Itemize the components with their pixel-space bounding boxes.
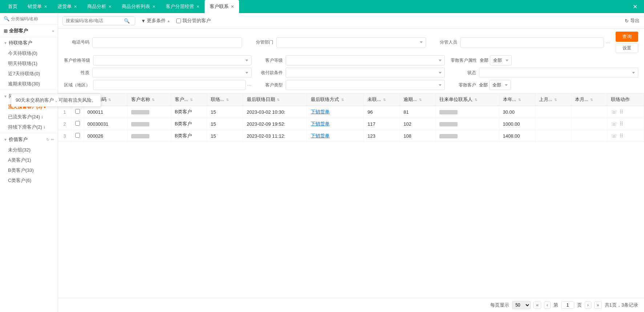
filter-customer-level-select[interactable] [286,55,445,65]
filter-phone-input[interactable] [92,37,242,48]
window-close-button[interactable]: ✕ [629,3,641,10]
page-first-btn[interactable]: « [534,301,541,309]
row-2-check[interactable] [75,121,80,126]
row-2-action: ☏ ⠿ [607,118,644,130]
th-type[interactable]: 客户... ⇅ [171,93,207,106]
page-prev-btn[interactable]: ‹ [544,301,551,309]
th-current-month[interactable]: 本月... ⇅ [571,93,607,106]
tab-productanalysis[interactable]: 商品分析 ✕ [82,0,117,13]
page-input[interactable] [561,301,574,309]
sidebar-item-a-class[interactable]: A类客户(1) [0,155,58,165]
toolbar-search-input[interactable] [66,18,124,23]
sidebar-item-churned[interactable]: 已流失客户(24) ℹ [0,112,58,122]
tab-customerlevel[interactable]: 客户分层经营 ✕ [161,0,205,13]
filter-panel: 电话号码 分管部门 分管人员 ··· 查询 [58,29,644,93]
filter-price-level-select[interactable] [93,55,251,65]
tab-customercontact[interactable]: 客户联系 ✕ [205,0,239,13]
page-next-btn[interactable]: › [585,301,591,309]
filter-status-select[interactable] [479,68,638,78]
tab-productanalysislist-close[interactable]: ✕ [152,4,156,9]
sidebar-item-ungrouped[interactable]: 未分组(32) [0,145,58,155]
sidebar-item-c-class[interactable]: C类客户(6) [0,175,58,186]
page-last-btn[interactable]: » [594,301,602,309]
filter-region-ellipsis[interactable]: ··· [247,82,251,88]
sidebar-all-customers[interactable]: ⊞ 全部客户 « [0,25,58,37]
row-2-more-icon[interactable]: ⠿ [620,121,623,127]
th-overdue[interactable]: 逾期... ⇅ [400,93,436,106]
row-2-last-method[interactable]: 下销货单 [307,118,364,130]
sidebar-item-7days[interactable]: 近7天待联络(0) [0,69,58,79]
row-3-contact-icon[interactable]: ☏ [611,133,617,139]
settings-button[interactable]: 设置 [616,43,638,53]
th-last-month[interactable]: 上月... ⇅ [535,93,571,106]
row-3-check[interactable] [75,133,80,138]
tab-salesorder[interactable]: 销货单 ✕ [23,0,52,13]
row-1-last-method[interactable]: 下销货单 [307,106,364,118]
sort-icon-code: ⇅ [108,98,111,102]
row-2-last-month [535,118,571,130]
per-page-label: 每页显示 [490,302,509,308]
row-3-more-icon[interactable]: ⠿ [620,133,623,139]
filter-dept: 分管部门 [248,37,426,48]
th-unlink[interactable]: 未联... ⇅ [364,93,400,106]
my-customers-checkbox[interactable] [176,19,181,23]
sidebar-collapse-icon[interactable]: « [52,29,54,33]
filter-retail-attr-select[interactable]: 全部 [490,55,512,65]
th-contact-person[interactable]: 往来单位联系人 ⇅ [436,93,499,106]
tab-purchaseorder-close[interactable]: ✕ [74,4,77,9]
th-name[interactable]: 客户名称 ⇅ [127,93,171,106]
filter-dept-select[interactable] [276,37,426,48]
filter-customer-type-select[interactable] [286,80,445,90]
th-current-year[interactable]: 本年... ⇅ [499,93,535,106]
row-1-method-link[interactable]: 下销货单 [311,109,330,114]
toolbar-search-box[interactable]: 🔍 [63,16,135,25]
my-customers-checkbox-row[interactable]: 我分管的客户 [176,17,211,24]
tab-productanalysis-close[interactable]: ✕ [108,4,112,9]
filter-button[interactable]: ▼ 更多条件 ▲ [138,16,173,25]
row-2-contact-icon[interactable]: ☏ [611,121,617,127]
filter-person-ellipsis[interactable]: ··· [605,40,610,45]
th-last-method[interactable]: 最后联络方式 ⇅ [307,93,364,106]
row-3-method-link[interactable]: 下销货单 [311,133,330,138]
sidebar-item-tomorrow[interactable]: 明天待联络(1) [0,58,58,69]
tab-purchaseorder[interactable]: 进货单 ✕ [52,0,82,13]
row-1-current-month [571,106,607,118]
row-2-method-link[interactable]: 下销货单 [311,121,330,126]
per-page-select[interactable]: 50 100 [512,301,531,309]
sidebar-item-b-class[interactable]: B类客户(33) [0,165,58,175]
th-last-date[interactable]: 最后联络日期 ⇅ [243,93,307,106]
sidebar-item-today[interactable]: 今天待联络(0) [0,48,58,58]
query-button[interactable]: 查询 [616,32,638,42]
tab-customerlevel-close[interactable]: ✕ [196,4,200,9]
tab-productanalysislist[interactable]: 商品分析列表 ✕ [117,0,161,13]
filter-customer-level: 客户等级 [257,55,445,65]
row-3-action: ☏ ⠿ [607,130,644,142]
tab-home[interactable]: 首页 [3,0,23,13]
refresh-icon[interactable]: ↻ [46,137,49,142]
edit-icon[interactable]: ✏ [51,137,54,142]
sidebar-group-value[interactable]: ▼ 价值客户 ↻ ✏ [0,134,58,145]
tab-salesorder-close[interactable]: ✕ [44,4,47,9]
sidebar-item-overdue[interactable]: 逾期未联络(30) [0,79,58,89]
row-2-checkbox[interactable] [71,118,84,130]
row-1-check[interactable] [75,109,80,114]
filter-region-input[interactable] [93,80,246,90]
row-3-checkbox[interactable] [71,130,84,142]
tab-customercontact-close[interactable]: ✕ [231,4,234,9]
sidebar-group-pending[interactable]: ▼ 待联络客户 [0,37,58,48]
filter-person-input[interactable] [460,37,604,48]
th-contact-count[interactable]: 联络... ⇅ [207,93,243,106]
sidebar-search-input[interactable] [11,16,54,21]
row-3-last-method[interactable]: 下销货单 [307,130,364,142]
filter-nature-select[interactable] [92,68,251,78]
sidebar-item-declining[interactable]: 持续下滑客户(2) ℹ [0,122,58,132]
row-1-contact-icon[interactable]: ☏ [611,109,617,115]
toolbar-search-btn[interactable]: 🔍 [124,18,130,24]
row-1-checkbox[interactable] [71,106,84,118]
row-1-more-icon[interactable]: ⠿ [620,109,623,115]
export-button[interactable]: ↻ 导出 [625,17,640,24]
row-1-action: ☏ ⠿ [607,106,644,118]
table-body: 1 000011 ██████ B类客户 15 2023-03-02 10:30… [58,106,644,142]
filter-retail-customer-select[interactable]: 全部 [489,80,511,90]
filter-payment-select[interactable] [286,68,445,78]
